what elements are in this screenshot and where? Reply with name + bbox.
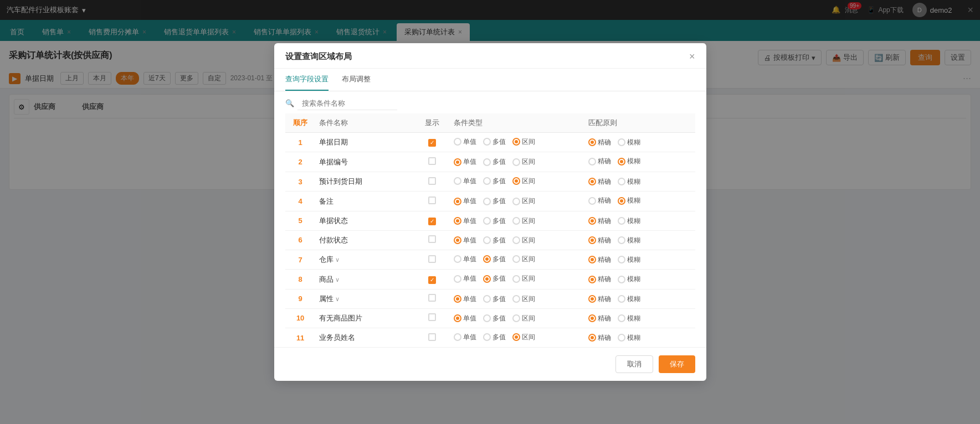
condition-search-input[interactable] [297, 97, 397, 110]
type-option-多值-0[interactable]: 多值 [483, 137, 506, 147]
cancel-label: 取消 [627, 360, 642, 368]
type-radio-dot-5 [483, 236, 491, 244]
type-option-单值-0[interactable]: 单值 [454, 137, 476, 147]
type-radio-dot-10 [512, 333, 520, 341]
type-option-单值-2[interactable]: 单值 [454, 177, 476, 186]
match-radio-dot-5 [618, 236, 625, 244]
display-checkbox-3[interactable] [428, 197, 436, 204]
match-option-精确-9[interactable]: 精确 [588, 314, 611, 323]
type-option-多值-7[interactable]: 多值 [483, 274, 506, 283]
display-checkbox-5[interactable] [428, 235, 436, 243]
match-radio-dot-4 [618, 217, 625, 225]
match-option-精确-8[interactable]: 精确 [588, 294, 611, 304]
display-checkbox-6[interactable] [428, 255, 436, 263]
type-option-区间-4[interactable]: 区间 [512, 216, 535, 226]
match-option-精确-1[interactable]: 精确 [588, 157, 611, 166]
type-option-多值-2[interactable]: 多值 [483, 177, 506, 186]
type-option-区间-8[interactable]: 区间 [512, 294, 535, 304]
table-row: 7仓库 ∨单值多值区间精确模糊 [285, 250, 695, 270]
dialog-close-button[interactable]: × [689, 51, 695, 63]
display-checkbox-2[interactable] [428, 177, 436, 185]
match-radio-dot-1 [588, 158, 596, 166]
cell-display-3 [413, 192, 450, 211]
type-radio-dot-7 [483, 275, 491, 283]
match-option-精确-0[interactable]: 精确 [588, 138, 611, 147]
type-option-单值-7[interactable]: 单值 [454, 274, 476, 283]
cell-display-10 [413, 328, 450, 347]
match-option-模糊-6[interactable]: 模糊 [618, 255, 640, 265]
cancel-button[interactable]: 取消 [615, 355, 653, 373]
type-option-区间-3[interactable]: 区间 [512, 197, 535, 206]
type-radio-dot-1 [512, 158, 520, 166]
table-row: 8商品 ∨单值多值区间精确模糊 [285, 270, 695, 289]
match-option-精确-4[interactable]: 精确 [588, 216, 611, 226]
type-option-多值-8[interactable]: 多值 [483, 294, 506, 304]
display-checkbox-0[interactable] [428, 139, 436, 147]
match-option-模糊-10[interactable]: 模糊 [618, 333, 640, 343]
type-radio-dot-3 [454, 198, 461, 205]
match-option-模糊-9[interactable]: 模糊 [618, 314, 640, 323]
type-option-单值-5[interactable]: 单值 [454, 236, 476, 245]
display-checkbox-4[interactable] [428, 218, 436, 225]
cell-display-6 [413, 250, 450, 270]
type-option-单值-6[interactable]: 单值 [454, 255, 476, 264]
type-option-单值-4[interactable]: 单值 [454, 216, 476, 226]
type-option-区间-1[interactable]: 区间 [512, 157, 535, 167]
match-option-模糊-2[interactable]: 模糊 [618, 177, 640, 187]
type-option-区间-5[interactable]: 区间 [512, 236, 535, 245]
display-checkbox-1[interactable] [428, 157, 436, 165]
match-option-精确-2[interactable]: 精确 [588, 177, 611, 187]
save-button[interactable]: 保存 [659, 355, 695, 373]
type-radio-dot-10 [454, 333, 461, 341]
display-checkbox-7[interactable] [428, 276, 436, 284]
display-checkbox-10[interactable] [428, 333, 436, 341]
table-row: 4备注单值多值区间精确模糊 [285, 192, 695, 211]
match-option-精确-5[interactable]: 精确 [588, 236, 611, 245]
type-option-多值-1[interactable]: 多值 [483, 157, 506, 167]
match-option-模糊-8[interactable]: 模糊 [618, 294, 640, 304]
type-option-区间-10[interactable]: 区间 [512, 333, 535, 342]
type-radio-dot-6 [512, 255, 520, 263]
type-option-单值-9[interactable]: 单值 [454, 314, 476, 323]
type-option-单值-3[interactable]: 单值 [454, 197, 476, 206]
search-icon: 🔍 [285, 99, 294, 107]
expand-icon[interactable]: ∨ [335, 256, 340, 263]
display-checkbox-8[interactable] [428, 294, 436, 302]
tab-query-settings[interactable]: 查询字段设置 [285, 69, 329, 91]
match-option-模糊-4[interactable]: 模糊 [618, 216, 640, 226]
type-option-单值-1[interactable]: 单值 [454, 157, 476, 167]
match-option-精确-3[interactable]: 精确 [588, 196, 611, 205]
type-option-区间-2[interactable]: 区间 [512, 177, 535, 186]
expand-icon[interactable]: ∨ [335, 296, 340, 302]
cell-order-8: 9 [285, 289, 316, 308]
match-option-精确-7[interactable]: 精确 [588, 275, 611, 284]
match-option-模糊-7[interactable]: 模糊 [618, 275, 640, 284]
type-option-多值-9[interactable]: 多值 [483, 314, 506, 323]
match-radio-dot-4 [588, 217, 596, 225]
type-option-区间-7[interactable]: 区间 [512, 274, 535, 283]
tab-layout-adjust[interactable]: 布局调整 [342, 69, 371, 91]
type-radio-dot-6 [483, 255, 491, 263]
display-checkbox-9[interactable] [428, 313, 436, 321]
expand-icon[interactable]: ∨ [335, 276, 340, 283]
match-option-模糊-1[interactable]: 模糊 [618, 157, 640, 166]
type-option-单值-8[interactable]: 单值 [454, 294, 476, 304]
cell-name-10: 业务员姓名 [316, 328, 414, 347]
match-option-模糊-3[interactable]: 模糊 [618, 196, 640, 205]
match-option-模糊-5[interactable]: 模糊 [618, 236, 640, 245]
type-option-多值-6[interactable]: 多值 [483, 255, 506, 264]
type-option-多值-10[interactable]: 多值 [483, 333, 506, 342]
type-option-区间-0[interactable]: 区间 [512, 137, 535, 147]
col-header-display: 显示 [413, 113, 450, 133]
cell-match-8: 精确模糊 [585, 289, 695, 308]
match-option-精确-6[interactable]: 精确 [588, 255, 611, 265]
type-option-区间-6[interactable]: 区间 [512, 255, 535, 264]
type-option-多值-4[interactable]: 多值 [483, 216, 506, 226]
match-option-模糊-0[interactable]: 模糊 [618, 138, 640, 147]
type-option-区间-9[interactable]: 区间 [512, 314, 535, 323]
type-option-单值-10[interactable]: 单值 [454, 333, 476, 342]
type-option-多值-3[interactable]: 多值 [483, 197, 506, 206]
cell-type-10: 单值多值区间 [450, 328, 585, 347]
type-option-多值-5[interactable]: 多值 [483, 236, 506, 245]
match-option-精确-10[interactable]: 精确 [588, 333, 611, 343]
